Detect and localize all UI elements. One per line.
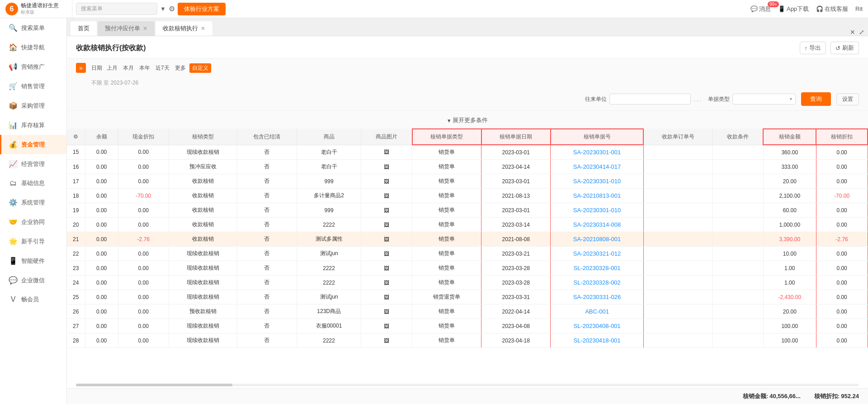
td-bill-date: 2023-03-28 [481,276,551,290]
date-this-year[interactable]: 本年 [137,63,152,73]
td-bill-no[interactable]: SA-20230414-017 [551,160,644,174]
tab-prepay[interactable]: 预付冲应付单 ✕ [98,21,155,36]
sidebar-item-inventory[interactable]: 📊 库存核算 [0,115,66,135]
app-download-btn[interactable]: 📱 App下载 [778,5,809,13]
td-verify-type: 现续收款核销 [169,145,237,160]
table-row: 280.000.00现续收款核销否2222🖼销货单2023-04-18SL-20… [67,333,868,348]
td-balance: 0.00 [85,333,118,348]
td-condition [712,290,763,304]
th-order-no: 收款单订单号 [643,129,712,145]
sidebar-item-operation[interactable]: 📈 经营管理 [0,154,66,174]
sidebar-item-sales[interactable]: 🛒 销售管理 [0,76,66,96]
export-btn[interactable]: ↑ 导出 [800,42,826,54]
sidebar-item-newbie[interactable]: 🌟 新手引导 [0,232,66,251]
bill-type-select[interactable] [732,94,796,105]
sidebar-item-marketing[interactable]: 📢 营销推广 [0,57,66,76]
td-discount: -2.76 [816,232,868,247]
table-row: 250.000.00现续收款核销否测试jun🖼销货退货单2023-03-31SA… [67,290,868,304]
sidebar-item-wechat[interactable]: 💬 企业微信 [0,271,66,290]
td-amount: 1,000.00 [763,218,816,232]
td-product: 测试多属性 [297,232,361,247]
td-verify-type: 预收款核销 [169,304,237,319]
td-bill-no[interactable]: SA-20230301-001 [551,145,644,160]
td-bill-no[interactable]: SA-20210813-001 [551,189,644,203]
td-image: 🖼 [361,218,412,232]
td-discount: 0.00 [816,290,868,304]
expand-more-btn[interactable]: ▾ 展开更多条件 [76,114,859,126]
td-bill-no[interactable]: SL-20230328-002 [551,276,644,290]
date-prev-month[interactable]: 上月 [105,63,119,73]
sidebar-item-basic[interactable]: 🗂 基础信息 [0,174,66,193]
tab-prepay-close[interactable]: ✕ [143,25,147,32]
td-bill-no[interactable]: SA-20230301-010 [551,203,644,218]
th-settings[interactable]: ⚙ [67,129,85,145]
tab-home[interactable]: 首页 [71,21,97,36]
query-btn[interactable]: 查询 [801,92,831,106]
td-product: 衣服00001 [297,319,361,333]
filter-expand-btn[interactable]: » [76,63,86,73]
tab-expand-icon[interactable]: ⤢ [859,29,864,36]
date-more[interactable]: 更多 [173,63,188,73]
td-bill-type: 销货单 [412,145,481,160]
sidebar-item-capital[interactable]: 💰 资金管理 [0,135,66,154]
service-icon: 🎧 [816,5,823,12]
page-header: 收款核销执行(按收款) ↑ 导出 ↺ 刷新 [67,36,868,58]
td-balance: 0.00 [85,203,118,218]
td-order-no [643,247,712,261]
td-condition [712,174,763,189]
sidebar-item-system[interactable]: ⚙️ 系统管理 [0,193,66,212]
td-no: 25 [67,290,85,304]
td-image: 🖼 [361,304,412,319]
filter-settings-btn[interactable]: 设置 [836,93,859,105]
td-amount: 1.00 [763,261,816,276]
date-custom-btn[interactable]: 自定义 [189,63,211,73]
sidebar-item-guide[interactable]: 🏠 快捷导航 [0,38,66,57]
td-bill-no[interactable]: SL-20230408-001 [551,319,644,333]
settings-gear-btn[interactable]: ⚙ [169,5,175,13]
td-amount: -2,430.00 [763,290,816,304]
td-bill-no[interactable]: SA-20230314-008 [551,218,644,232]
td-amount: 333.00 [763,160,816,174]
hardware-icon: 📱 [9,257,18,265]
td-amount: 3,390.00 [763,232,816,247]
table-row: 170.000.00收款核销否999🖼销货单2023-03-01SA-20230… [67,174,868,189]
tab-verify[interactable]: 收款核销执行 ✕ [156,21,212,36]
td-image: 🖼 [361,232,412,247]
horizontal-scrollbar[interactable] [76,384,859,386]
td-bill-no[interactable]: SA-20230321-012 [551,247,644,261]
online-service-btn[interactable]: 🎧 在线客服 [816,5,848,13]
td-image: 🖼 [361,333,412,348]
partner-input[interactable] [609,94,691,105]
td-bill-no[interactable]: SL-20230418-001 [551,333,644,348]
td-bill-no[interactable]: SL-20230328-001 [551,261,644,276]
sidebar-item-enterprise[interactable]: 🤝 企业协同 [0,212,66,232]
dropdown-btn[interactable]: ▼ [160,5,166,12]
td-image: 🖼 [361,160,412,174]
sidebar-item-hardware[interactable]: 📱 智能硬件 [0,251,66,271]
tab-verify-close[interactable]: ✕ [201,25,205,32]
td-balance: 0.00 [85,232,118,247]
message-btn[interactable]: 💬 消息 99+ [750,5,771,13]
td-no: 20 [67,218,85,232]
td-bill-no[interactable]: SA-20230331-026 [551,290,644,304]
refresh-btn[interactable]: ↺ 刷新 [830,42,859,54]
sidebar-item-search[interactable]: 🔍 搜索菜单 [0,18,66,38]
table-wrap[interactable]: ⚙ 余额 现金折扣 核销类型 包含已结清 商品 商品图片 核销单据类型 核销单据… [67,128,868,382]
app-icon: 📱 [778,5,785,12]
td-no: 15 [67,145,85,160]
td-amount: 20.00 [763,304,816,319]
date-this-month[interactable]: 本月 [121,63,136,73]
top-search-input[interactable]: 搜索菜单 [76,3,157,15]
date-7days[interactable]: 近7天 [154,63,171,73]
td-no: 26 [67,304,85,319]
sidebar-item-vip[interactable]: V 畅会员 [0,290,66,309]
td-bill-no[interactable]: ABC-001 [551,304,644,319]
tab-close-all-icon[interactable]: ✕ [850,29,855,36]
sidebar-item-purchase[interactable]: 📦 采购管理 [0,96,66,115]
td-bill-no[interactable]: SA-20230301-010 [551,174,644,189]
td-included: 否 [237,203,297,218]
industry-btn[interactable]: 体验行业方案 [178,3,226,15]
td-balance: 0.00 [85,247,118,261]
bill-type-select-wrap [732,94,796,105]
td-bill-no[interactable]: SA-20210808-001 [551,232,644,247]
